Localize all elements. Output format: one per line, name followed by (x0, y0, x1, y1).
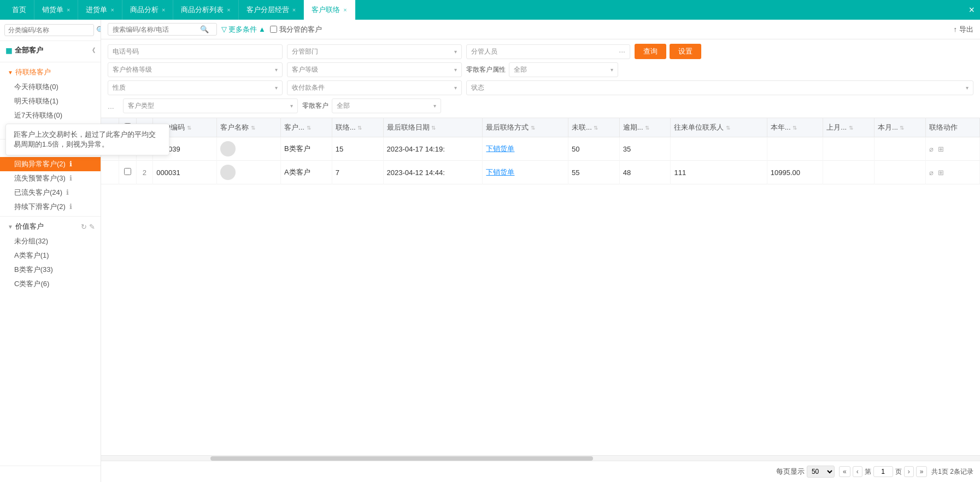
close-icon[interactable]: × (343, 7, 347, 13)
page-number-input[interactable] (873, 466, 893, 477)
more-conditions-button[interactable]: ▽ 更多条件 ▲ (221, 25, 266, 34)
sidebar-item-ungroup[interactable]: 未分组(32) (0, 234, 101, 248)
sidebar-all-customers[interactable]: ▦ 全部客户 《 (0, 41, 101, 60)
contact-icon[interactable]: ⌀ (929, 145, 934, 153)
sidebar-item-repurchase-abnormal[interactable]: 回购异常客户(2) ℹ (0, 157, 101, 171)
close-icon[interactable]: × (67, 7, 70, 13)
th-uncontacted[interactable]: 未联... ⇅ (568, 118, 619, 137)
last-contact-method-link[interactable]: 下销货单 (486, 144, 514, 153)
scatter-attr-field[interactable]: 全部 ▾ (509, 62, 618, 77)
td-overdue: 48 (619, 161, 671, 184)
query-button[interactable]: 查询 (635, 44, 666, 59)
scrollbar-thumb[interactable] (210, 456, 593, 461)
sort-icon: ⇅ (849, 125, 853, 131)
payment-field[interactable]: 收付款条件 ▾ (287, 80, 462, 95)
next-page-button[interactable]: › (904, 466, 914, 477)
sidebar-item-declining[interactable]: 持续下滑客户(2) ℹ (0, 200, 101, 214)
phone-field[interactable]: 电话号码 (108, 44, 283, 59)
prev-page-button[interactable]: ‹ (853, 466, 862, 477)
th-overdue[interactable]: 逾期... ⇅ (619, 118, 671, 137)
arrow-icon: ▼ (8, 69, 13, 76)
th-this-month[interactable]: 本月... ⇅ (875, 118, 926, 137)
first-page-button[interactable]: « (839, 466, 850, 477)
th-name[interactable]: 客户名称 ⇅ (217, 118, 281, 137)
sidebar-group-contact[interactable]: ▼ 待联络客户 (0, 65, 101, 80)
td-current-year (767, 137, 823, 161)
sidebar-item-a-class[interactable]: A类客户(1) (0, 248, 101, 263)
status-field[interactable]: 状态 ▾ (466, 80, 973, 95)
nav-sales-order[interactable]: 销货单 × (34, 0, 78, 20)
sort-icon: ⇅ (187, 125, 191, 131)
close-icon[interactable]: × (162, 7, 165, 13)
nav-product-analysis-list[interactable]: 商品分析列表 × (173, 0, 238, 20)
close-icon[interactable]: × (292, 7, 296, 13)
gender-field[interactable]: 性质 ▾ (108, 80, 283, 95)
export-button[interactable]: ↑ 导出 (954, 25, 974, 34)
close-all-button[interactable]: × (969, 5, 975, 15)
sidebar-item-churn-warning[interactable]: 流失预警客户(3) ℹ (0, 171, 101, 185)
sidebar-search-icon[interactable]: 🔍 (96, 26, 101, 34)
settings-button[interactable]: 设置 (670, 44, 701, 59)
th-last-month[interactable]: 上月... ⇅ (823, 118, 875, 137)
nav-customer-tier[interactable]: 客户分层经营 × (239, 0, 304, 20)
nav-product-analysis[interactable]: 商品分析 × (122, 0, 173, 20)
td-uncontacted: 55 (568, 161, 619, 184)
sort-icon: ⇅ (645, 125, 649, 131)
sidebar-item-today-contact[interactable]: 今天待联络(0) (0, 80, 101, 94)
close-icon[interactable]: × (227, 7, 230, 13)
search-input[interactable] (113, 26, 200, 33)
customer-level-field[interactable]: 客户等级 ▾ (287, 62, 462, 77)
dept-field[interactable]: 分管部门 ▾ (287, 44, 462, 59)
nav-customer-contact[interactable]: 客户联络 × (304, 0, 355, 20)
table-row: 1 000039 B类客户 15 2023-04-17 14:19: 下销货单 … (101, 137, 980, 161)
person-field[interactable]: 分管人员 ··· (466, 44, 630, 59)
table-row: 2 000031 A类客户 7 2023-04-12 14:44: 下销货单 5… (101, 161, 980, 184)
nav-purchase-order[interactable]: 进货单 × (78, 0, 122, 20)
sidebar-item-churned[interactable]: 已流失客户(24) ℹ (0, 185, 101, 200)
last-contact-method-link[interactable]: 下销货单 (486, 168, 514, 176)
sort-icon: ⇅ (726, 125, 730, 131)
close-icon[interactable]: × (110, 7, 114, 13)
edit-icon[interactable]: ✎ (89, 223, 95, 231)
td-name (217, 137, 281, 161)
my-customers-check[interactable] (270, 26, 277, 33)
nav-home[interactable]: 首页 (4, 0, 34, 20)
th-contact-count[interactable]: 联络... ⇅ (332, 118, 383, 137)
td-action: ⌀ ⊞ (925, 161, 979, 184)
per-page-selector: 每页显示 50 20 100 (776, 466, 835, 478)
per-page-select[interactable]: 50 20 100 (807, 466, 835, 478)
customer-table: ⚙ # 客户编码 ⇅ 客户名称 ⇅ 客户... ⇅ 联络... ⇅ 最后联络日期… (101, 118, 980, 184)
price-level-field[interactable]: 客户价格等级 ▾ (108, 62, 283, 77)
sidebar-item-c-class[interactable]: C类客户(6) (0, 277, 101, 291)
tooltip-popup: 距客户上次交易时长，超过了此客户的平均交易周期的1.5倍，则视为异常。 (5, 124, 169, 155)
th-unit-contact[interactable]: 往来单位联系人 ⇅ (671, 118, 767, 137)
customer-type-field[interactable]: 客户类型 ▾ (123, 98, 298, 113)
td-checkbox[interactable] (119, 161, 136, 184)
row-checkbox[interactable] (124, 168, 131, 175)
sidebar-bottom-bar (0, 466, 101, 482)
expand-dots[interactable]: ... (108, 102, 114, 111)
th-last-contact-date[interactable]: 最后联络日期 ⇅ (383, 118, 483, 137)
sort-icon: ⇅ (594, 125, 598, 131)
dots-icon[interactable]: ··· (619, 47, 625, 56)
th-customer-type[interactable]: 客户... ⇅ (281, 118, 332, 137)
scatter-customer-field[interactable]: 全部 ▾ (332, 98, 441, 113)
collapse-icon[interactable]: 《 (89, 47, 95, 55)
refresh-icon[interactable]: ↻ (81, 223, 87, 231)
sidebar-item-tomorrow-contact[interactable]: 明天待联络(1) (0, 94, 101, 108)
horizontal-scrollbar[interactable] (101, 455, 980, 461)
th-current-year[interactable]: 本年... ⇅ (767, 118, 823, 137)
last-page-button[interactable]: » (916, 466, 928, 477)
td-last-contact-method: 下销货单 (483, 137, 568, 161)
sidebar-value-group[interactable]: ▼ 价值客户 ↻ ✎ (0, 219, 101, 234)
more-action-icon[interactable]: ⊞ (938, 145, 944, 153)
sidebar-item-7day-contact[interactable]: 近7天待联络(0) (0, 108, 101, 123)
sidebar-item-b-class[interactable]: B类客户(33) (0, 263, 101, 277)
action-buttons: ⌀ ⊞ (929, 169, 976, 177)
my-customers-checkbox[interactable]: 我分管的客户 (270, 25, 322, 34)
sidebar-search-input[interactable] (4, 24, 94, 36)
search-icon[interactable]: 🔍 (200, 25, 209, 33)
more-action-icon[interactable]: ⊞ (938, 169, 944, 177)
th-last-contact-method[interactable]: 最后联络方式 ⇅ (483, 118, 568, 137)
contact-icon[interactable]: ⌀ (929, 169, 934, 177)
